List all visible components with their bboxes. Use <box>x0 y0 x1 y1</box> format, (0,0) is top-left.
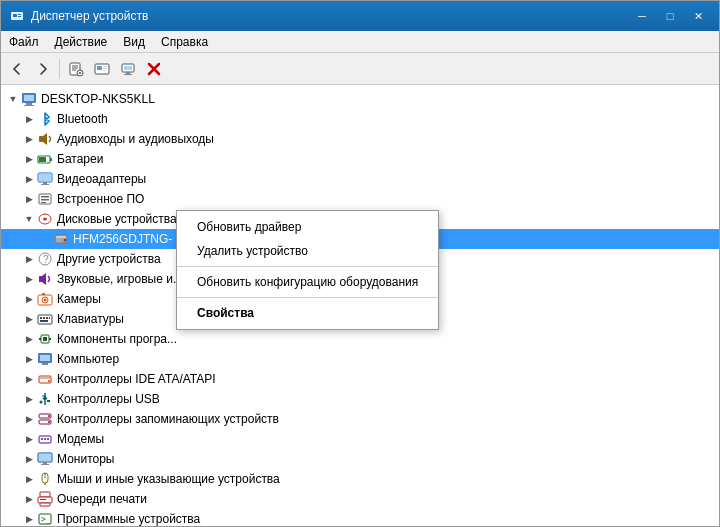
expand-bluetooth[interactable]: ▶ <box>21 111 37 127</box>
expand-display[interactable]: ▶ <box>21 171 37 187</box>
tree-item-display[interactable]: ▶ Видеоадаптеры <box>1 169 719 189</box>
svg-rect-53 <box>43 317 45 319</box>
svg-rect-17 <box>124 66 132 70</box>
icon-computer <box>21 91 37 107</box>
tree-item-audio[interactable]: ▶ Аудиовходы и аудиовыходы <box>1 129 719 149</box>
icon-cpu <box>37 351 53 367</box>
expand-firmware[interactable]: ▶ <box>21 191 37 207</box>
svg-text:>_: >_ <box>41 515 51 524</box>
properties-button[interactable] <box>64 57 88 81</box>
menu-action[interactable]: Действие <box>47 33 116 51</box>
expand-keyboard[interactable]: ▶ <box>21 311 37 327</box>
back-button[interactable] <box>5 57 29 81</box>
tree-item-cpu[interactable]: ▶ Компьютер <box>1 349 719 369</box>
tree-item-bluetooth[interactable]: ▶ Bluetooth <box>1 109 719 129</box>
expand-audio[interactable]: ▶ <box>21 131 37 147</box>
svg-point-75 <box>41 438 43 440</box>
svg-rect-79 <box>39 454 51 461</box>
svg-rect-35 <box>41 196 49 198</box>
scan-button[interactable] <box>90 57 114 81</box>
svg-rect-88 <box>40 499 46 500</box>
audio-label: Аудиовходы и аудиовыходы <box>57 132 214 146</box>
icon-camera <box>37 291 53 307</box>
svg-rect-55 <box>49 317 50 319</box>
svg-point-72 <box>48 415 50 417</box>
icon-bluetooth <box>37 111 53 127</box>
icon-mouse <box>37 471 53 487</box>
expand-cpu[interactable]: ▶ <box>21 351 37 367</box>
expand-ideata[interactable]: ▶ <box>21 371 37 387</box>
icon-component <box>37 331 53 347</box>
expand-mouse[interactable]: ▶ <box>21 471 37 487</box>
minimize-button[interactable]: ─ <box>629 6 655 26</box>
tree-item-program[interactable]: ▶ >_ Программные устройства <box>1 509 719 526</box>
tree-item-firmware[interactable]: ▶ Встроенное ПО <box>1 189 719 209</box>
svg-rect-56 <box>40 320 48 322</box>
icon-storage <box>37 411 53 427</box>
close-button[interactable]: ✕ <box>685 6 711 26</box>
title-bar-left: Диспетчер устройств <box>9 8 148 24</box>
svg-rect-14 <box>103 68 107 69</box>
expand-modem[interactable]: ▶ <box>21 431 37 447</box>
tree-item-storage[interactable]: ▶ Контроллеры запоминающих устройств <box>1 409 719 429</box>
menu-view[interactable]: Вид <box>115 33 153 51</box>
svg-point-73 <box>48 421 50 423</box>
svg-rect-51 <box>38 315 52 324</box>
print-label: Очереди печати <box>57 492 147 506</box>
tree-item-root[interactable]: ▼ DESKTOP-NKS5KLL <box>1 89 719 109</box>
ctx-properties[interactable]: Свойства <box>177 301 438 325</box>
menu-help[interactable]: Справка <box>153 33 216 51</box>
forward-button[interactable] <box>31 57 55 81</box>
expand-print[interactable]: ▶ <box>21 491 37 507</box>
maximize-button[interactable]: □ <box>657 6 683 26</box>
tree-item-battery[interactable]: ▶ Батареи <box>1 149 719 169</box>
remove-device-button[interactable] <box>142 57 166 81</box>
tree-item-usb[interactable]: ▶ Контроллеры USB <box>1 389 719 409</box>
expand-root[interactable]: ▼ <box>5 91 21 107</box>
toolbar-sep-1 <box>59 59 60 79</box>
menu-file[interactable]: Файл <box>1 33 47 51</box>
device-tree[interactable]: ▼ DESKTOP-NKS5KLL ▶ <box>1 85 719 526</box>
window-title: Диспетчер устройств <box>31 9 148 23</box>
svg-rect-85 <box>40 492 50 497</box>
expand-storage[interactable]: ▶ <box>21 411 37 427</box>
tree-item-component[interactable]: ▶ Компоненты програ... <box>1 329 719 349</box>
icon-battery <box>37 151 53 167</box>
svg-rect-54 <box>46 317 48 319</box>
expand-disk-ctrl[interactable]: ▼ <box>21 211 37 227</box>
expand-sound[interactable]: ▶ <box>21 271 37 287</box>
svg-rect-13 <box>103 66 107 67</box>
expand-other[interactable]: ▶ <box>21 251 37 267</box>
cpu-label: Компьютер <box>57 352 119 366</box>
tree-item-print[interactable]: ▶ Очереди печати <box>1 489 719 509</box>
keyboard-label: Клавиатуры <box>57 312 124 326</box>
svg-rect-65 <box>40 377 50 379</box>
update-driver-button[interactable] <box>116 57 140 81</box>
tree-item-mouse[interactable]: ▶ Мыши и иные указывающие устройства <box>1 469 719 489</box>
tree-item-modem[interactable]: ▶ Модемы <box>1 429 719 449</box>
ctx-update-driver[interactable]: Обновить драйвер <box>177 215 438 239</box>
firmware-label: Встроенное ПО <box>57 192 144 206</box>
window-controls: ─ □ ✕ <box>629 6 711 26</box>
ctx-remove-device[interactable]: Удалить устройство <box>177 239 438 263</box>
title-bar: Диспетчер устройств ─ □ ✕ <box>1 1 719 31</box>
ctx-update-config[interactable]: Обновить конфигурацию оборудования <box>177 270 438 294</box>
svg-rect-15 <box>103 70 105 71</box>
expand-battery[interactable]: ▶ <box>21 151 37 167</box>
tree-item-monitor[interactable]: ▶ Мониторы <box>1 449 719 469</box>
expand-monitor[interactable]: ▶ <box>21 451 37 467</box>
storage-label: Контроллеры запоминающих устройств <box>57 412 279 426</box>
expand-camera[interactable]: ▶ <box>21 291 37 307</box>
svg-rect-24 <box>26 103 32 105</box>
svg-point-77 <box>47 438 49 440</box>
display-label: Видеоадаптеры <box>57 172 146 186</box>
tree-item-ideata[interactable]: ▶ Контроллеры IDE ATA/ATAPI <box>1 369 719 389</box>
expand-program[interactable]: ▶ <box>21 511 37 526</box>
svg-rect-58 <box>43 337 47 341</box>
svg-rect-26 <box>39 136 43 142</box>
expand-component[interactable]: ▶ <box>21 331 37 347</box>
program-label: Программные устройства <box>57 512 200 526</box>
expand-usb[interactable]: ▶ <box>21 391 37 407</box>
svg-rect-36 <box>41 199 49 201</box>
svg-point-49 <box>44 299 47 302</box>
